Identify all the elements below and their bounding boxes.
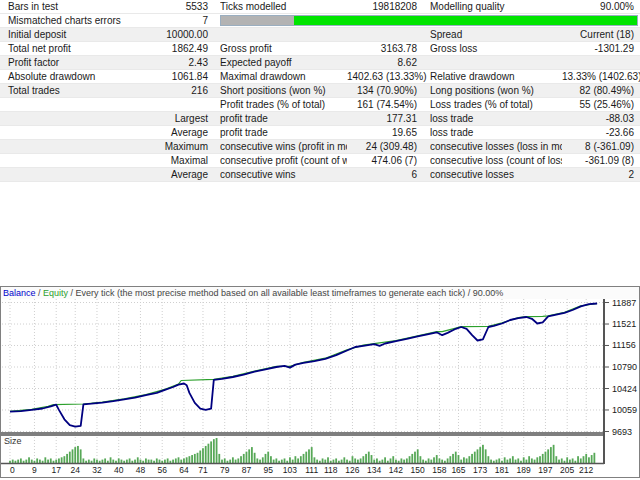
stat-value: 10000.00 (150, 28, 220, 41)
report-row: Total net profit1862.49Gross profit3163.… (0, 42, 640, 56)
lot-size-bar (314, 457, 316, 463)
lot-size-bar (262, 457, 264, 463)
lot-size-bar (477, 449, 479, 463)
lot-size-bar (44, 457, 46, 463)
lot-size-bar (129, 458, 131, 463)
stat-value: Average (150, 168, 220, 181)
x-axis-label: 40 (114, 465, 124, 475)
lot-size-bar (188, 456, 190, 463)
lot-size-bar (428, 458, 430, 463)
lot-size-bar (528, 456, 530, 463)
stat-label: consecutive profit (count of wins) (220, 154, 347, 167)
stat-value: 2.43 (150, 56, 220, 69)
lot-size-bar (403, 460, 405, 463)
x-axis-label: 197 (538, 465, 552, 475)
lot-size-bar (121, 460, 123, 463)
lot-size-bar (566, 457, 568, 463)
x-axis-label: 126 (345, 465, 359, 475)
lot-size-bar (536, 457, 538, 463)
lot-size-bar (99, 461, 101, 463)
lot-size-bar (463, 457, 465, 463)
lot-size-bar (259, 460, 261, 463)
stat-label (0, 126, 150, 139)
legend-sep: / (36, 288, 44, 298)
stat-value: 82 (80.49%) (562, 84, 640, 97)
y-axis-label: 10424 (612, 384, 637, 394)
lot-size-bar (145, 458, 147, 463)
x-axis-label: 103 (283, 465, 297, 475)
lot-size-bar (561, 458, 563, 463)
lot-size-bar (194, 454, 196, 463)
lot-size-bar (504, 457, 506, 463)
lot-size-bar (444, 461, 446, 463)
lot-size-bar (425, 461, 427, 463)
strategy-tester-report: Bars in test5533Ticks modelled19818208Mo… (0, 0, 640, 182)
stat-label: Absolute drawdown (0, 70, 150, 83)
lot-size-bar (289, 457, 291, 463)
stat-label (0, 154, 150, 167)
lot-size-bar (297, 458, 299, 463)
x-axis-label: 158 (432, 465, 446, 475)
lot-size-bar (39, 460, 41, 463)
report-row: Largestprofit trade177.31loss trade-88.0… (0, 112, 640, 126)
lot-size-bar (131, 461, 133, 463)
lot-size-bar (485, 449, 487, 463)
lot-size-bar (433, 457, 435, 463)
lot-size-bar (53, 461, 55, 463)
lot-size-bar (330, 461, 332, 463)
x-axis-label: 150 (411, 465, 425, 475)
lot-size-bar (460, 460, 462, 463)
progress-gray-segment (221, 16, 294, 25)
lot-size-bar (153, 461, 155, 463)
lot-size-bar (441, 460, 443, 463)
stat-label (0, 112, 150, 125)
lot-size-bar (123, 461, 125, 463)
lot-size-bar (224, 458, 226, 463)
lot-size-bar (577, 456, 579, 463)
lot-size-bar (34, 461, 36, 463)
lot-size-bar (251, 447, 253, 463)
lot-size-bar (142, 461, 144, 463)
lot-size-bar (12, 460, 14, 463)
lot-size-bar (368, 452, 370, 463)
x-axis-label: 64 (179, 465, 189, 475)
stat-label: Total net profit (0, 42, 150, 55)
balance-line (10, 304, 597, 427)
stat-value: 216 (150, 84, 220, 97)
lot-size-bar (506, 460, 508, 463)
stat-label: loss trade (430, 112, 562, 125)
lot-size-bar (202, 448, 204, 463)
lot-size-bar (400, 458, 402, 463)
x-axis-label: 134 (367, 465, 381, 475)
x-axis-label: 95 (263, 465, 273, 475)
lot-size-bar (542, 454, 544, 463)
lot-size-bar (175, 458, 177, 463)
lot-size-bar (439, 458, 441, 463)
x-axis-label: 79 (220, 465, 230, 475)
lot-size-bar (509, 458, 511, 463)
lot-size-bar (227, 461, 229, 463)
lot-size-bar (161, 461, 163, 463)
lot-size-bar (346, 460, 348, 463)
y-axis-label: 11887 (612, 299, 636, 308)
stat-label: loss trade (430, 126, 562, 139)
lot-size-bar (387, 461, 389, 463)
report-row: Profit factor2.43Expected payoff8.62 (0, 56, 640, 70)
lot-size-bar (384, 457, 386, 463)
tester-graph-panel[interactable]: Balance / Equity / Every tick (the most … (0, 286, 640, 478)
lot-size-bar (273, 460, 275, 463)
lot-size-bar (20, 458, 22, 463)
lot-size-bar (254, 453, 256, 463)
lot-size-bar (338, 461, 340, 463)
report-row: Mismatched charts errors7 (0, 14, 640, 28)
stat-value: 55 (25.46%) (562, 98, 640, 111)
lot-size-bar (69, 452, 71, 463)
lot-size-bar (349, 461, 351, 463)
lot-size-bar (466, 458, 468, 463)
lot-size-bar (468, 456, 470, 463)
stat-label (0, 98, 150, 111)
lot-size-bar (213, 439, 215, 463)
lot-size-bar (267, 452, 269, 463)
lot-size-bar (550, 447, 552, 463)
lot-size-bar (449, 456, 451, 463)
